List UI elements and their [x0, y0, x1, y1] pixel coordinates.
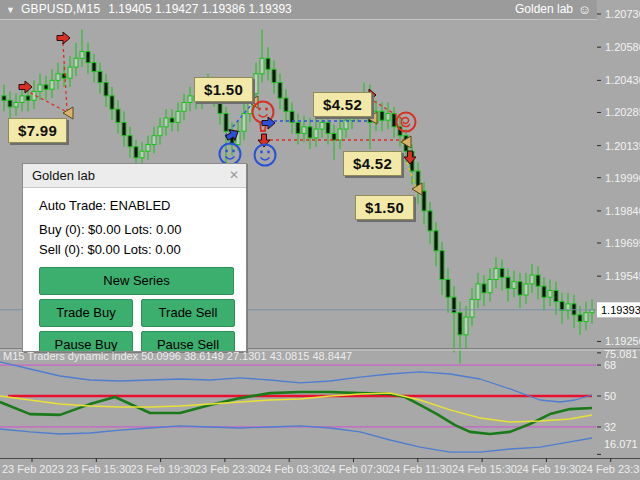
candle-body — [116, 109, 120, 122]
candle-body — [314, 129, 318, 138]
symbol-dropdown-icon[interactable]: ▼ — [6, 1, 15, 20]
price-tick-label: 1.19250 — [605, 335, 640, 347]
candle-body — [122, 122, 126, 135]
candle-body — [278, 83, 282, 98]
candle-body — [392, 114, 396, 127]
tdi-tick-label: 16.071 — [604, 438, 638, 450]
candle-body — [530, 275, 534, 284]
candle-body — [182, 102, 186, 111]
candle-body — [554, 291, 558, 302]
time-tick-label: 23 Feb 15:30 — [66, 463, 131, 475]
candle-body — [242, 114, 246, 132]
time-axis[interactable]: 23 Feb 202323 Feb 15:3023 Feb 19:3023 Fe… — [0, 458, 640, 475]
red-arrow-icon — [19, 81, 32, 93]
panel-title: Golden lab — [32, 168, 95, 183]
candle-body — [440, 251, 444, 280]
time-tick-label: 23 Feb 23:30 — [195, 463, 260, 475]
current-price-label: 1.19393 — [601, 304, 640, 316]
price-tag: $4.52 — [343, 151, 402, 176]
candle-body — [482, 284, 486, 293]
candle-body — [584, 313, 588, 322]
pause-sell-button[interactable]: Pause Sell — [141, 331, 235, 352]
candle-body — [518, 282, 522, 295]
candle-body — [26, 96, 30, 100]
time-tick-label: 23 Feb 19:30 — [131, 463, 196, 475]
candle-body — [332, 133, 336, 140]
candle-body — [92, 63, 96, 72]
candle-body — [422, 191, 426, 211]
price-tick-label: 1.19545 — [605, 270, 640, 282]
tdi-tick-label: 68 — [604, 359, 616, 371]
candle-body — [464, 317, 468, 335]
candle-body — [56, 74, 60, 81]
stop-spiral-icon — [397, 113, 416, 132]
time-tick-label: 24 Feb 03:30 — [259, 463, 324, 475]
candle-body — [260, 58, 264, 73]
candle-body — [86, 52, 90, 63]
auto-trade-status: Auto Trade: ENABLED — [23, 198, 246, 213]
new-series-button[interactable]: New Series — [39, 267, 234, 295]
time-tick-label: 24 Feb 15:30 — [452, 463, 517, 475]
candle-body — [188, 96, 192, 103]
chart-caption-bar: ▼GBPUSD,M151.19405 1.19427 1.19386 1.193… — [0, 0, 597, 20]
blue-smiley-icon — [255, 145, 276, 166]
price-tick-label: 1.20430 — [605, 74, 640, 86]
tdi-scale[interactable]: 75.08168503216.071 — [597, 348, 638, 454]
candle-body — [494, 268, 498, 279]
candle-body — [506, 277, 510, 288]
candle-body — [446, 279, 450, 297]
price-tick-label: 1.20135 — [605, 140, 640, 152]
candle-body — [140, 151, 144, 158]
candle-body — [266, 58, 270, 69]
mt4-chart-window: 1.207301.205801.204301.202851.201351.199… — [0, 0, 640, 480]
candle-body — [170, 118, 174, 122]
time-tick-label: 24 Feb 11:30 — [388, 463, 452, 475]
candle-body — [320, 122, 324, 129]
pause-buy-button[interactable]: Pause Buy — [39, 331, 133, 352]
candle-body — [458, 313, 462, 335]
candle-body — [98, 72, 102, 83]
candle-body — [2, 96, 6, 100]
candle-body — [578, 315, 582, 322]
price-tag: $4.52 — [313, 92, 372, 117]
price-scale[interactable]: 1.207301.205801.204301.202851.201351.199… — [597, 8, 640, 347]
candle-body — [176, 111, 180, 122]
close-icon[interactable]: ✕ — [229, 164, 239, 187]
panel-title-bar[interactable]: Golden lab ✕ — [23, 164, 246, 188]
candle-body — [38, 85, 42, 92]
buy-summary: Buy (0): $0.00 Lots: 0.00 — [23, 222, 246, 237]
price-tick-label: 1.19990 — [605, 172, 640, 184]
time-tick-label: 24 Feb 19:30 — [516, 463, 581, 475]
candle-body — [380, 111, 384, 120]
trade-sell-button[interactable]: Trade Sell — [141, 299, 235, 327]
price-tag: $7.99 — [8, 118, 67, 143]
price-tag: $1.50 — [194, 77, 253, 102]
time-tick-label: 24 Feb 23:30 — [581, 463, 640, 475]
candle-body — [74, 58, 78, 67]
candle-body — [8, 100, 12, 107]
candle-body — [308, 127, 312, 138]
price-tick-label: 1.20580 — [605, 41, 640, 53]
candle-body — [68, 67, 72, 78]
market-base-line — [0, 393, 592, 422]
candle-body — [20, 96, 24, 103]
trade-buy-button[interactable]: Trade Buy — [39, 299, 133, 327]
candle-body — [428, 211, 432, 231]
candle-body — [272, 69, 276, 82]
tdi-indicator — [0, 362, 596, 452]
smiley-icon: ☺ — [578, 0, 591, 19]
candle-body — [152, 136, 156, 145]
candle-body — [488, 279, 492, 292]
candle-body — [50, 80, 54, 89]
candle-body — [470, 299, 474, 317]
candle-body — [476, 284, 480, 299]
candle-body — [284, 98, 288, 111]
ohlc-quote: 1.19405 1.19427 1.19386 1.19393 — [108, 2, 292, 16]
red-arrow-icon — [57, 32, 70, 44]
candle-body — [500, 268, 504, 277]
candle-body — [134, 147, 138, 158]
candle-body — [542, 286, 546, 297]
candle-body — [452, 297, 456, 312]
candle-body — [146, 145, 150, 152]
price-tick-label: 1.20285 — [605, 106, 640, 118]
